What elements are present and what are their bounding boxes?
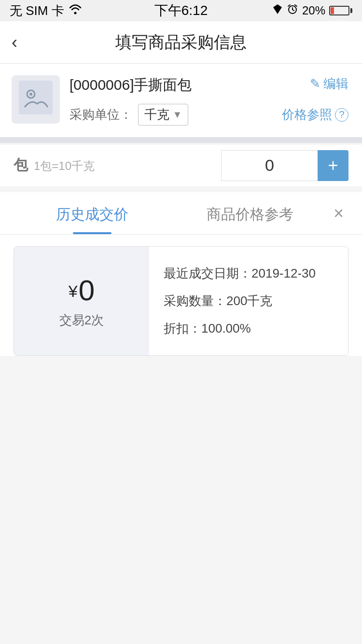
- quantity-plus-button[interactable]: +: [318, 150, 348, 181]
- quantity-input[interactable]: [221, 150, 318, 181]
- purchase-qty-row: 采购数量：200千克: [164, 292, 334, 310]
- alarm-icon: [287, 3, 298, 18]
- page-title: 填写商品采购信息: [115, 31, 247, 54]
- svg-rect-2: [19, 81, 53, 114]
- transaction-card: ¥0 交易2次 最近成交日期：2019-12-30 采购数量：200千克 折扣：…: [14, 246, 348, 356]
- svg-point-0: [74, 12, 76, 14]
- wifi-icon: [68, 3, 83, 18]
- edit-button[interactable]: ✎ 编辑: [310, 75, 348, 92]
- tabs-header: 历史成交价 商品价格参考 ×: [0, 192, 362, 235]
- back-button[interactable]: ‹: [12, 32, 17, 53]
- help-icon: ?: [335, 108, 348, 122]
- edit-icon: ✎: [310, 76, 320, 91]
- tab-price-reference[interactable]: 商品价格参考: [171, 192, 328, 234]
- tabs-close-button[interactable]: ×: [329, 200, 348, 227]
- location-icon: [272, 3, 283, 18]
- product-card: [0000006]手撕面包 ✎ 编辑 采购单位： 千克 ▼ 价格参照 ?: [0, 64, 362, 137]
- status-carrier: 无 SIM 卡: [10, 2, 83, 19]
- package-unit-label: 包: [14, 155, 28, 175]
- unit-label: 采购单位：: [70, 107, 132, 122]
- product-info: [0000006]手撕面包 ✎ 编辑 采购单位： 千克 ▼ 价格参照 ?: [70, 75, 348, 126]
- battery-icon: [329, 6, 352, 15]
- nav-bar: ‹ 填写商品采购信息: [0, 21, 362, 64]
- recent-date-row: 最近成交日期：2019-12-30: [164, 264, 334, 283]
- status-time: 下午6:12: [154, 1, 208, 20]
- section-divider: [0, 137, 362, 143]
- trade-count: 交易2次: [59, 312, 104, 329]
- conversion-note: 1包=10千克: [34, 158, 95, 174]
- product-unit-row: 采购单位： 千克 ▼ 价格参照 ?: [70, 104, 348, 126]
- main-content: [0, 367, 362, 644]
- price-ref-button[interactable]: 价格参照 ?: [282, 106, 348, 123]
- status-right: 20%: [272, 3, 352, 18]
- product-image: [12, 75, 60, 124]
- product-header: [0000006]手撕面包 ✎ 编辑: [70, 75, 348, 95]
- discount-row: 折扣：100.00%: [164, 319, 334, 338]
- price-currency-symbol: ¥: [69, 282, 78, 300]
- svg-point-4: [29, 93, 32, 96]
- product-name: [0000006]手撕面包: [70, 75, 192, 95]
- price-amount: 0: [79, 274, 95, 307]
- quantity-row: 包 1包=10千克 +: [0, 144, 362, 186]
- status-bar: 无 SIM 卡 下午6:12 20%: [0, 0, 362, 21]
- battery-percent: 20%: [302, 4, 325, 17]
- tabs-section: 历史成交价 商品价格参考 × ¥0 交易2次 最近成交日期：2019-12-30…: [0, 192, 362, 356]
- dropdown-icon: ▼: [172, 109, 182, 120]
- quantity-control: +: [221, 150, 348, 181]
- quantity-unit-info: 包 1包=10千克: [14, 155, 95, 175]
- transaction-detail-column: 最近成交日期：2019-12-30 采购数量：200千克 折扣：100.00%: [149, 247, 348, 355]
- transaction-price-column: ¥0 交易2次: [14, 247, 149, 355]
- tab-history-price[interactable]: 历史成交价: [14, 192, 171, 234]
- unit-selector[interactable]: 千克 ▼: [138, 104, 188, 126]
